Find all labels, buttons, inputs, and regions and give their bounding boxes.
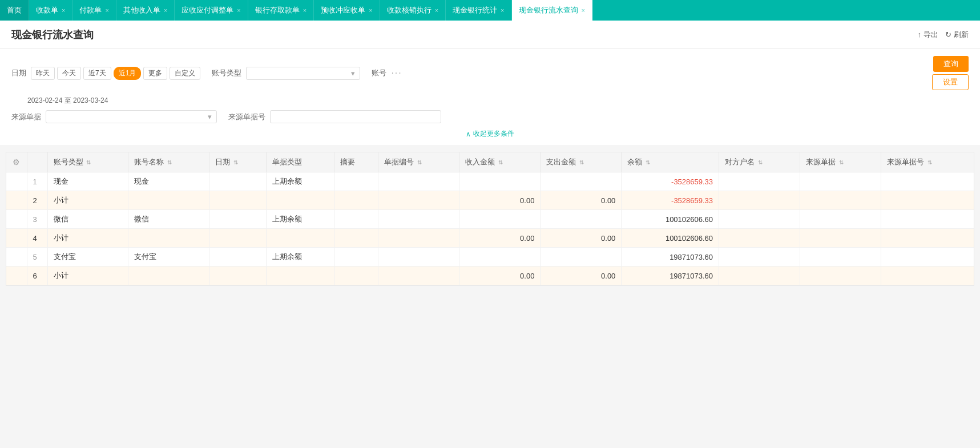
row-counterpart — [719, 248, 800, 267]
row-source-doc — [800, 210, 881, 229]
nav-item-home[interactable]: 首页 — [0, 0, 29, 21]
row-doc-no — [378, 172, 459, 191]
row-source-doc-no — [881, 210, 974, 229]
row-income — [459, 210, 541, 229]
nav-item-payable-adjust[interactable]: 应收应付调整单× — [175, 0, 248, 21]
account-filter-group: 账号 ··· — [372, 68, 402, 78]
th-source-doc-no-label: 来源单据号 — [887, 158, 924, 166]
refresh-icon: ↻ — [945, 30, 951, 39]
date-btn-7days[interactable]: 近7天 — [83, 67, 111, 80]
close-icon[interactable]: × — [62, 7, 65, 14]
nav-item-cash-bank-flow[interactable]: 现金银行流水查询× — [512, 0, 592, 21]
row-doc-type: 上期余额 — [266, 248, 334, 267]
th-gear[interactable]: ⚙ — [6, 152, 27, 172]
row-doc-no — [378, 248, 459, 267]
date-btn-1month[interactable]: 近1月 — [114, 67, 142, 80]
nav-item-collect-exec[interactable]: 收款核销执行× — [380, 0, 446, 21]
date-btn-yesterday[interactable]: 昨天 — [31, 67, 55, 80]
query-button[interactable]: 查询 — [933, 56, 969, 72]
nav-item-receipt[interactable]: 收款单× — [29, 0, 72, 21]
th-account-name-label: 账号名称 — [134, 158, 164, 166]
account-dots[interactable]: ··· — [391, 68, 402, 78]
chevron-down-icon2: ▾ — [208, 112, 212, 121]
nav-item-cash-bank-stat[interactable]: 现金银行统计× — [446, 0, 511, 21]
nav-item-payment[interactable]: 付款单× — [72, 0, 116, 21]
row-doc-type: 上期余额 — [266, 172, 334, 191]
source-doc-select[interactable]: ▾ — [46, 110, 217, 123]
date-btn-more[interactable]: 更多 — [143, 67, 167, 80]
refresh-button[interactable]: ↻ 刷新 — [945, 30, 969, 40]
row-doc-type — [266, 229, 334, 248]
th-counterpart[interactable]: 对方户名 ⇅ — [719, 152, 800, 172]
source-doc-no-input[interactable] — [270, 110, 441, 123]
row-account-name: 现金 — [128, 172, 209, 191]
row-gear — [6, 210, 27, 229]
nav-item-prepay-offset[interactable]: 预收冲应收单× — [314, 0, 380, 21]
row-counterpart — [719, 210, 800, 229]
row-date — [209, 267, 266, 285]
export-button[interactable]: ↑ 导出 — [918, 30, 939, 40]
account-type-select[interactable]: ▾ — [246, 67, 360, 80]
settings-button[interactable]: 设置 — [932, 74, 969, 90]
nav-item-other-income[interactable]: 其他收入单× — [116, 0, 175, 21]
sort-icon-date: ⇅ — [233, 159, 238, 166]
row-gear — [6, 172, 27, 191]
row-account-name — [128, 267, 209, 285]
table-container: ⚙ 账号类型 ⇅ 账号名称 ⇅ 日期 ⇅ 单据类型 — [6, 152, 974, 286]
th-expense[interactable]: 支出金额 ⇅ — [541, 152, 622, 172]
row-source-doc — [800, 267, 881, 285]
sort-icon-source-doc: ⇅ — [839, 159, 844, 166]
row-balance: 19871073.60 — [622, 267, 719, 285]
close-icon[interactable]: × — [105, 7, 108, 14]
row-balance: 19871073.60 — [622, 248, 719, 267]
row-account-name — [128, 229, 209, 248]
row-source-doc-no — [881, 248, 974, 267]
th-source-doc-label: 来源单据 — [806, 158, 836, 166]
row-source-doc — [800, 229, 881, 248]
close-icon[interactable]: × — [164, 7, 167, 14]
date-btn-today[interactable]: 今天 — [57, 67, 81, 80]
close-icon[interactable]: × — [303, 7, 306, 14]
close-icon[interactable]: × — [237, 7, 240, 14]
row-source-doc — [800, 191, 881, 210]
row-income — [459, 248, 541, 267]
row-num: 3 — [27, 210, 47, 229]
row-num: 1 — [27, 172, 47, 191]
sort-icon-balance: ⇅ — [646, 159, 650, 166]
row-gear — [6, 229, 27, 248]
header-actions: ↑ 导出 ↻ 刷新 — [918, 30, 969, 40]
account-type-filter-group: 账号类型 ▾ — [212, 67, 360, 80]
sort-icon-income: ⇅ — [498, 159, 503, 166]
th-source-doc[interactable]: 来源单据 ⇅ — [800, 152, 881, 172]
row-expense: 0.00 — [541, 191, 622, 210]
collapse-bar[interactable]: ∧ 收起更多条件 — [11, 129, 969, 139]
th-expense-label: 支出金额 — [546, 158, 576, 166]
row-account-type: 微信 — [47, 210, 128, 229]
row-source-doc-no — [881, 229, 974, 248]
th-source-doc-no[interactable]: 来源单据号 ⇅ — [881, 152, 974, 172]
row-source-doc-no — [881, 172, 974, 191]
refresh-label: 刷新 — [954, 30, 969, 40]
th-doc-type: 单据类型 — [266, 152, 334, 172]
row-income: 0.00 — [459, 191, 541, 210]
close-icon[interactable]: × — [369, 7, 372, 14]
row-account-name — [128, 191, 209, 210]
close-icon[interactable]: × — [435, 7, 438, 14]
th-account-name[interactable]: 账号名称 ⇅ — [128, 152, 209, 172]
row-account-name: 微信 — [128, 210, 209, 229]
close-icon[interactable]: × — [501, 7, 504, 14]
date-btn-custom[interactable]: 自定义 — [170, 67, 200, 80]
th-doc-no[interactable]: 单据编号 ⇅ — [378, 152, 459, 172]
th-balance[interactable]: 余额 ⇅ — [622, 152, 719, 172]
row-source-doc-no — [881, 191, 974, 210]
th-date[interactable]: 日期 ⇅ — [209, 152, 266, 172]
th-income[interactable]: 收入金额 ⇅ — [459, 152, 541, 172]
row-source-doc — [800, 248, 881, 267]
row-summary — [334, 229, 378, 248]
th-account-type[interactable]: 账号类型 ⇅ — [47, 152, 128, 172]
close-icon[interactable]: × — [582, 7, 585, 14]
nav-item-bank-deposit[interactable]: 银行存取款单× — [248, 0, 314, 21]
row-num: 4 — [27, 229, 47, 248]
row-date — [209, 172, 266, 191]
source-doc-label: 来源单据 — [11, 112, 41, 122]
